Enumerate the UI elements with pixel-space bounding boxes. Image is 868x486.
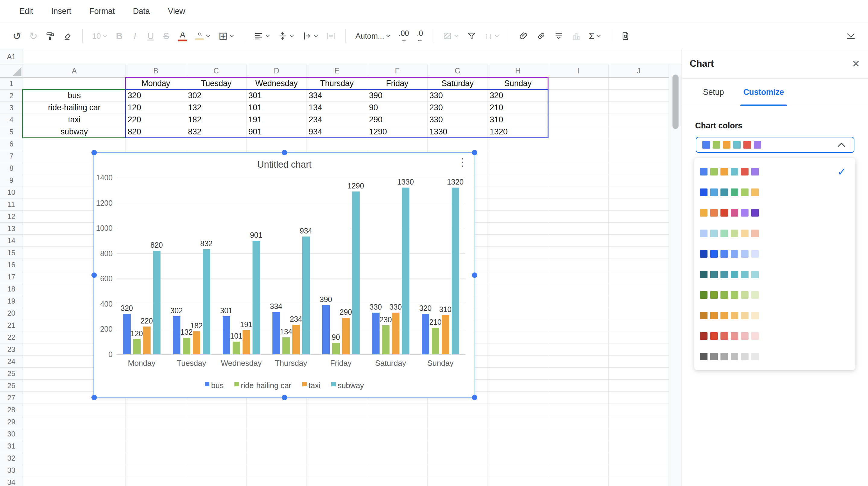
column-header-g[interactable]: G [428, 64, 488, 78]
cell-C29[interactable] [186, 416, 247, 428]
cell-H14[interactable] [488, 235, 548, 247]
chart-menu-icon[interactable]: ⋮ [457, 157, 468, 168]
cell-I5[interactable] [548, 126, 609, 138]
cell-H20[interactable] [488, 307, 548, 319]
cell-I21[interactable] [548, 319, 609, 331]
cell-B2[interactable]: 320 [126, 90, 186, 102]
cell-H11[interactable] [488, 198, 548, 210]
cell-B30[interactable] [126, 428, 186, 440]
cell-I17[interactable] [548, 271, 609, 283]
cell-B3[interactable]: 120 [126, 102, 186, 114]
cell-G34[interactable] [428, 476, 488, 486]
cell-B28[interactable] [126, 404, 186, 416]
row-header-6[interactable]: 6 [0, 138, 23, 150]
cell-D2[interactable]: 301 [247, 90, 307, 102]
cell-C33[interactable] [186, 464, 247, 476]
row-header-8[interactable]: 8 [0, 162, 23, 174]
cell-H33[interactable] [488, 464, 548, 476]
cell-F31[interactable] [367, 440, 428, 452]
cell-J23[interactable] [609, 343, 669, 355]
cell-H18[interactable] [488, 283, 548, 295]
menu-item-insert[interactable]: Insert [51, 7, 71, 16]
selection-handle[interactable] [472, 150, 477, 155]
chevron-down-icon[interactable] [596, 33, 601, 39]
row-header-17[interactable]: 17 [0, 271, 23, 283]
cell-E5[interactable]: 934 [307, 126, 367, 138]
row-header-16[interactable]: 16 [0, 259, 23, 271]
cell-C31[interactable] [186, 440, 247, 452]
cell-I11[interactable] [548, 198, 609, 210]
cell-J20[interactable] [609, 307, 669, 319]
cell-H12[interactable] [488, 210, 548, 223]
cell-I9[interactable] [548, 174, 609, 187]
cell-J14[interactable] [609, 235, 669, 247]
cell-G4[interactable]: 330 [428, 114, 488, 126]
selection-handle[interactable] [472, 395, 477, 400]
scrollbar-thumb[interactable] [673, 75, 679, 129]
cell-E33[interactable] [307, 464, 367, 476]
cell-J29[interactable] [609, 416, 669, 428]
row-header-12[interactable]: 12 [0, 210, 23, 223]
cell-A4[interactable]: taxi [23, 114, 126, 126]
cell-B5[interactable]: 820 [126, 126, 186, 138]
cell-A33[interactable] [23, 464, 126, 476]
column-header-a[interactable]: A [23, 64, 126, 78]
cell-B33[interactable] [126, 464, 186, 476]
cell-F1[interactable]: Friday [367, 78, 428, 90]
cell-H26[interactable] [488, 380, 548, 392]
selection-handle[interactable] [282, 395, 287, 400]
cell-B4[interactable]: 220 [126, 114, 186, 126]
row-header-11[interactable]: 11 [0, 198, 23, 210]
cell-A29[interactable] [23, 416, 126, 428]
cell-C5[interactable]: 832 [186, 126, 247, 138]
cell-H7[interactable] [488, 150, 548, 162]
palette-option-6[interactable] [694, 264, 855, 285]
cell-J2[interactable] [609, 90, 669, 102]
cell-B1[interactable]: Monday [126, 78, 186, 90]
cell-H32[interactable] [488, 452, 548, 464]
cell-D29[interactable] [247, 416, 307, 428]
row-header-31[interactable]: 31 [0, 440, 23, 452]
cell-H29[interactable] [488, 416, 548, 428]
sum-icon[interactable]: Σ [589, 31, 601, 40]
row-header-18[interactable]: 18 [0, 283, 23, 295]
cell-J13[interactable] [609, 223, 669, 235]
cell-F33[interactable] [367, 464, 428, 476]
row-header-32[interactable]: 32 [0, 452, 23, 464]
cell-E32[interactable] [307, 452, 367, 464]
cell-H15[interactable] [488, 247, 548, 259]
borders-icon[interactable]: ⊞ [218, 30, 234, 41]
cell-I12[interactable] [548, 210, 609, 223]
cell-A28[interactable] [23, 404, 126, 416]
selection-handle[interactable] [282, 150, 287, 155]
cell-C30[interactable] [186, 428, 247, 440]
name-box[interactable]: A1 [0, 49, 23, 64]
clear-format-icon[interactable] [63, 31, 73, 41]
cell-I25[interactable] [548, 368, 609, 380]
column-header-h[interactable]: H [488, 64, 548, 78]
cell-D33[interactable] [247, 464, 307, 476]
cell-D3[interactable]: 101 [247, 102, 307, 114]
cell-E3[interactable]: 134 [307, 102, 367, 114]
cell-J15[interactable] [609, 247, 669, 259]
row-header-23[interactable]: 23 [0, 343, 23, 355]
row-header-19[interactable]: 19 [0, 295, 23, 307]
cell-H23[interactable] [488, 343, 548, 355]
cell-J1[interactable] [609, 78, 669, 90]
cell-F2[interactable]: 390 [367, 90, 428, 102]
cell-J12[interactable] [609, 210, 669, 223]
dropdown-list-icon[interactable] [554, 31, 564, 41]
cell-I20[interactable] [548, 307, 609, 319]
palette-option-1[interactable]: ✓ [694, 161, 855, 182]
cell-E4[interactable]: 234 [307, 114, 367, 126]
row-header-15[interactable]: 15 [0, 247, 23, 259]
menu-item-format[interactable]: Format [89, 7, 115, 16]
cell-I10[interactable] [548, 187, 609, 198]
collapse-toolbar-icon[interactable] [847, 33, 855, 39]
cell-G1[interactable]: Saturday [428, 78, 488, 90]
cell-E34[interactable] [307, 476, 367, 486]
cell-J3[interactable] [609, 102, 669, 114]
cell-I24[interactable] [548, 355, 609, 368]
cell-H16[interactable] [488, 259, 548, 271]
cell-G33[interactable] [428, 464, 488, 476]
